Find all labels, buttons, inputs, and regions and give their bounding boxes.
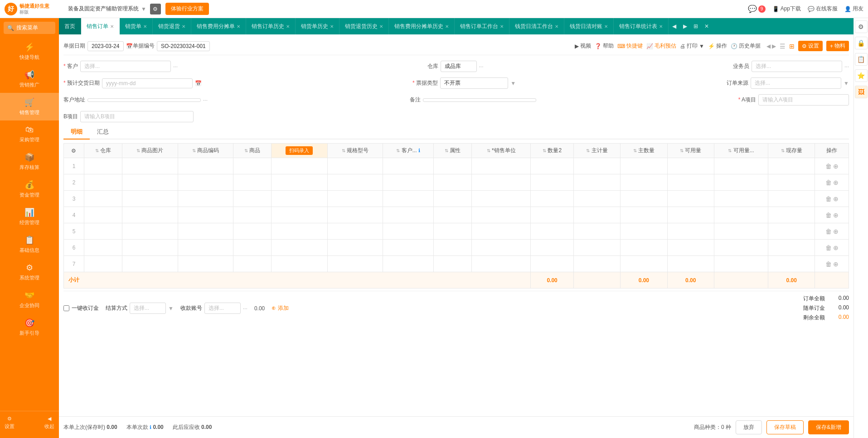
scan-btn[interactable]: 扫码录入 [286,146,313,155]
col-main-unit[interactable]: ⇅ 主计量 [573,144,620,158]
row1-qty2[interactable] [531,158,574,174]
row1-warehouse[interactable] [84,158,122,174]
app-download-btn[interactable]: 📱 App下载 [772,5,801,13]
row7-available[interactable] [667,256,714,272]
tab-workbench-close[interactable]: ✕ [500,24,504,29]
tab-invoice-history-close[interactable]: ✕ [330,24,334,29]
row1-available[interactable] [667,158,714,174]
tab-next-btn[interactable]: ▶ [679,18,690,34]
row4-product[interactable] [233,207,272,223]
save-draft-btn[interactable]: 保存草稿 [766,420,804,434]
invoice-input[interactable]: 不开票 [440,77,508,89]
tab-reconcile-close[interactable]: ✕ [604,24,608,29]
row3-product[interactable] [233,191,272,207]
row5-available[interactable] [667,223,714,240]
row1-available2[interactable] [714,158,768,174]
tab-detail[interactable]: 明细 [63,125,90,140]
row7-unit[interactable] [472,256,531,272]
row5-product[interactable] [233,223,272,240]
row2-product[interactable] [233,174,272,191]
date-calendar-icon[interactable]: 📅 [126,43,133,49]
note-input[interactable] [423,98,536,102]
payment-account-input[interactable]: 选择... [204,303,241,314]
view-video-btn[interactable]: ▶ 视频 [575,42,591,50]
shortcut-btn[interactable]: ⌨ 快捷键 [617,42,643,50]
date-input[interactable]: 2023-03-24 [87,41,124,51]
row5-warehouse[interactable] [84,223,122,240]
row7-stock[interactable] [768,256,815,272]
save-new-btn[interactable]: 保存&新增 [808,420,849,434]
col-main-qty[interactable]: ⇅ 主数量 [621,144,667,158]
row7-main-unit[interactable] [573,256,620,272]
row5-main-unit[interactable] [573,223,620,240]
row3-main-qty[interactable] [621,191,667,207]
col-image[interactable]: ⇅ 商品图片 [122,144,178,158]
row7-available2[interactable] [714,256,768,272]
row3-spec[interactable] [327,191,383,207]
row4-attrs[interactable] [434,207,472,223]
sidebar-item-new-guide[interactable]: 🎯 新手引导 [0,313,59,341]
row1-code[interactable] [178,158,233,174]
payment-account-more-btn[interactable]: ··· [243,305,247,312]
address-input[interactable] [87,98,201,102]
row6-product[interactable] [233,240,272,256]
sidebar-item-operations[interactable]: 📊 经营管理 [0,203,59,231]
row7-image[interactable] [122,256,178,272]
row3-image[interactable] [122,191,178,207]
row2-available[interactable] [667,174,714,191]
help-btn[interactable]: ❓ 帮助 [595,42,614,50]
col-warehouse[interactable]: ⇅ 仓库 [84,144,122,158]
number-input[interactable]: SO-20230324-001 [157,41,210,51]
a-project-input[interactable]: 请输入A项目 [758,94,849,106]
row4-stock[interactable] [768,207,815,223]
customer-more-btn[interactable]: ··· [173,63,178,70]
sidebar-item-sales[interactable]: 🛒 销售管理 [0,93,59,120]
row1-attrs[interactable] [434,158,472,174]
row5-attrs[interactable] [434,223,472,240]
tab-return[interactable]: 销货退货 ✕ [153,18,191,34]
view-mode-list-btn[interactable]: ☰ [780,43,786,50]
sidebar-item-quick-nav[interactable]: ⚡ 快捷导航 [0,38,59,65]
row4-main-qty[interactable] [621,207,667,223]
col-settings[interactable]: ⚙ [64,144,84,158]
tab-invoice[interactable]: 销货单 ✕ [120,18,153,34]
warehouse-input[interactable]: 成品库 [441,61,477,72]
row5-customer-code[interactable] [383,223,434,240]
gear-settings-btn[interactable]: ⚙ [150,4,161,14]
payment-method-input[interactable]: 选择... [130,303,166,314]
add-payment-btn[interactable]: ⊕ 添加 [272,304,288,312]
tab-close-all-btn[interactable]: ✕ [701,18,712,34]
row4-copy-btn[interactable]: ⊕ [833,212,839,219]
one-click-deposit-input[interactable] [63,305,69,311]
row6-code[interactable] [178,240,233,256]
row7-delete-btn[interactable]: 🗑 [825,260,832,268]
row1-main-unit[interactable] [573,158,620,174]
right-panel-btn-5[interactable]: 🖼 [855,86,868,98]
tab-expense-history[interactable]: 销售费用分摊单历史 ✕ [389,18,455,34]
row2-unit[interactable] [472,174,531,191]
col-qty2[interactable]: ⇅ 数量2 [531,144,574,158]
row5-available2[interactable] [714,223,768,240]
row4-warehouse[interactable] [84,207,122,223]
row4-delete-btn[interactable]: 🗑 [825,212,832,219]
col-customer-code[interactable]: ⇅ 客户... ℹ [383,144,434,158]
row5-main-qty[interactable] [621,223,667,240]
tab-expense-history-close[interactable]: ✕ [445,24,449,29]
row1-stock[interactable] [768,158,815,174]
row2-warehouse[interactable] [84,174,122,191]
row4-qty2[interactable] [531,207,574,223]
row1-unit[interactable] [472,158,531,174]
row6-qty2[interactable] [531,240,574,256]
tab-order-history[interactable]: 销售订单历史 ✕ [246,18,296,34]
add-item-btn[interactable]: + 物料 [826,41,849,51]
invoice-dropdown-icon[interactable]: ▼ [510,80,516,87]
row7-main-qty[interactable] [621,256,667,272]
row2-available2[interactable] [714,174,768,191]
row2-main-qty[interactable] [621,174,667,191]
row1-copy-btn[interactable]: ⊕ [833,163,839,170]
row5-copy-btn[interactable]: ⊕ [833,228,839,235]
row4-code[interactable] [178,207,233,223]
tab-return-close[interactable]: ✕ [182,24,185,29]
sidebar-item-enterprise[interactable]: 🤝 企业协同 [0,286,59,313]
row3-available[interactable] [667,191,714,207]
